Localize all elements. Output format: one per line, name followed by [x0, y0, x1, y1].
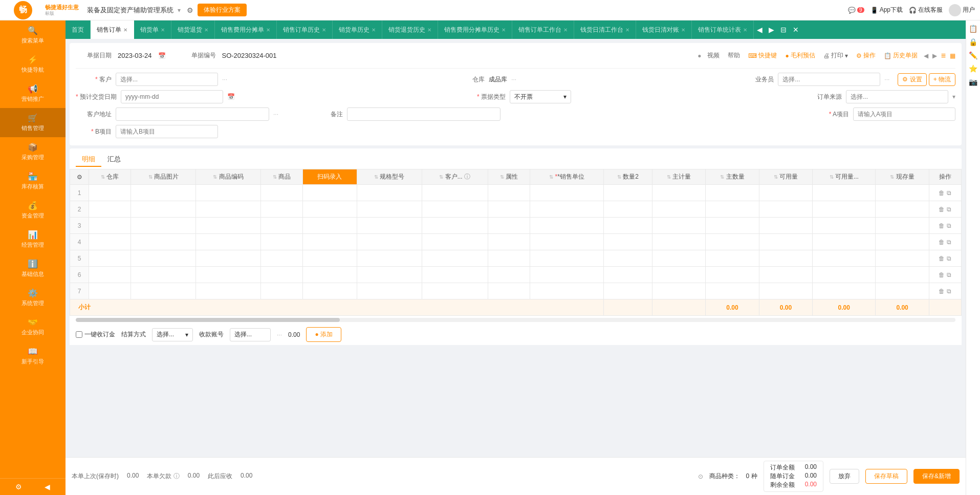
customer-dots[interactable]: ··· [222, 76, 227, 83]
tab-slip-history[interactable]: 销货单历史 ✕ [333, 20, 382, 39]
tab-sales-order-close[interactable]: ✕ [123, 27, 127, 33]
row-1-action[interactable]: 🗑⧉ [929, 185, 961, 201]
row-2-unit[interactable] [530, 201, 604, 218]
page-next-icon[interactable]: ▶ [932, 52, 937, 59]
user-btn[interactable]: 用户 [949, 4, 975, 16]
tab-daily-workbench[interactable]: 钱货日清工作台 ✕ [574, 20, 636, 39]
sidebar-item-finance[interactable]: 💰 资金管理 [0, 196, 66, 225]
row-2-customer-code[interactable] [422, 201, 488, 218]
delivery-calendar-icon[interactable]: 📅 [227, 93, 235, 100]
add-material-btn[interactable]: + 物流 [929, 73, 955, 86]
list-view-icon[interactable]: ≡ [941, 51, 946, 60]
row-2-product[interactable] [260, 201, 302, 218]
tab-sales-return-close[interactable]: ✕ [204, 27, 208, 33]
tab-sales-expense-close[interactable]: ✕ [266, 27, 270, 33]
tab-sales-return[interactable]: 销货退货 ✕ [171, 20, 215, 39]
col-setting[interactable]: ⚙ [70, 169, 89, 185]
sidebar-item-system[interactable]: ⚙️ 系统管理 [0, 283, 66, 312]
tab-order-workbench-close[interactable]: ✕ [563, 27, 568, 33]
tab-expense-history-close[interactable]: ✕ [502, 27, 506, 33]
right-icon-lock[interactable]: 🔒 [967, 36, 979, 48]
right-icon-edit[interactable]: ✏️ [967, 49, 979, 61]
col-main-qty[interactable]: ⇅ 主数量 [706, 169, 759, 185]
row-2-main-qty[interactable] [706, 201, 759, 218]
row-5-action[interactable]: 🗑⧉ [929, 250, 961, 267]
address-dots[interactable]: ··· [273, 111, 278, 118]
warehouse-dots[interactable]: ··· [511, 76, 516, 83]
row-2-copy-icon[interactable]: ⧉ [947, 206, 951, 213]
row-1-main-qty[interactable] [706, 185, 759, 201]
tab-sales-expense[interactable]: 销售费用分摊单 ✕ [215, 20, 277, 39]
sidebar-item-guide[interactable]: 📖 新手引导 [0, 341, 66, 371]
row-1-customer-code[interactable] [422, 185, 488, 201]
settings-btn[interactable]: ⚙ 设置 [898, 73, 926, 86]
col-warehouse[interactable]: ⇅ 仓库 [89, 169, 131, 185]
row-5-delete-icon[interactable]: 🗑 [939, 255, 945, 262]
row-2-available[interactable] [759, 201, 813, 218]
row-2-delete-icon[interactable]: 🗑 [939, 206, 945, 213]
save-draft-btn[interactable]: 保存草稿 [865, 469, 907, 484]
sidebar-item-operations[interactable]: 📊 经营管理 [0, 225, 66, 254]
remark-input[interactable] [347, 107, 500, 121]
settlement-select[interactable]: 选择... ▾ [152, 328, 193, 341]
tab-daily-reconcile[interactable]: 钱货日清对账 ✕ [636, 20, 692, 39]
tab-summary[interactable]: 汇总 [101, 153, 127, 167]
row-7-action[interactable]: 🗑⧉ [929, 283, 961, 299]
tab-sales-order-history-close[interactable]: ✕ [322, 27, 326, 33]
row-4-action[interactable]: 🗑⧉ [929, 234, 961, 250]
col-customer-code[interactable]: ⇅ 客户... ⓘ [422, 169, 488, 185]
customer-input[interactable] [116, 73, 218, 86]
address-input[interactable] [116, 107, 269, 121]
add-payment-btn[interactable]: ● 添加 [306, 327, 341, 342]
sidebar-item-purchase[interactable]: 📦 采购管理 [0, 137, 66, 166]
history-btn[interactable]: 📋 历史单据 [882, 50, 920, 61]
sidebar-item-inventory[interactable]: 🏪 库存核算 [0, 166, 66, 196]
col-stock[interactable]: ⇅ 现存量 [876, 169, 929, 185]
row-7-delete-icon[interactable]: 🗑 [939, 288, 945, 295]
row-1-copy-icon[interactable]: ⧉ [947, 189, 951, 197]
tab-next-btn[interactable]: ▶ [766, 26, 777, 34]
tab-order-workbench[interactable]: 销售订单工作台 ✕ [512, 20, 574, 39]
col-scan[interactable]: 扫码录入 [303, 169, 357, 185]
view-btn[interactable]: 视频 [705, 50, 722, 61]
col-qty2[interactable]: ⇅ 数量2 [604, 169, 652, 185]
a-project-input[interactable] [853, 107, 955, 121]
right-icon-clipboard[interactable]: 📋 [967, 23, 979, 35]
row-1-unit[interactable] [530, 185, 604, 201]
row-2-stock[interactable] [876, 201, 929, 218]
row-3-action[interactable]: 🗑⧉ [929, 218, 961, 234]
shortcut-btn[interactable]: ⌨ 快捷键 [746, 50, 779, 61]
tab-expense-history[interactable]: 销售费用分摊单历史 ✕ [438, 20, 512, 39]
row-2-main-unit[interactable] [652, 201, 706, 218]
tab-prev-btn[interactable]: ◀ [754, 26, 766, 34]
row-2-action[interactable]: 🗑⧉ [929, 201, 961, 218]
row-1-scan[interactable] [303, 185, 357, 201]
print-btn[interactable]: 🖨 打印 ▾ [821, 50, 850, 61]
row-6-delete-icon[interactable]: 🗑 [939, 271, 945, 278]
tab-sales-slip[interactable]: 销货单 ✕ [134, 20, 171, 39]
profit-btn[interactable]: ● 毛利预估 [783, 50, 817, 61]
sidebar-item-basicinfo[interactable]: ℹ️ 基础信息 [0, 254, 66, 283]
tab-detail[interactable]: 明细 [76, 153, 101, 167]
account-select[interactable]: 选择... [230, 328, 271, 341]
staff-input[interactable] [778, 73, 880, 86]
row-3-warehouse[interactable] [89, 218, 131, 234]
right-icon-camera[interactable]: 📷 [967, 76, 979, 88]
row-1-available2[interactable] [813, 185, 876, 201]
row-1-attribute[interactable] [488, 185, 530, 201]
card-view-icon[interactable]: ▦ [950, 52, 955, 59]
col-main-unit[interactable]: ⇅ 主计量 [652, 169, 706, 185]
sidebar-item-marketing[interactable]: 📢 营销推广 [0, 79, 66, 108]
calendar-icon[interactable]: 📅 [158, 52, 166, 59]
tab-sales-order-history[interactable]: 销售订单历史 ✕ [277, 20, 333, 39]
tab-close-btn[interactable]: ✕ [790, 26, 802, 34]
row-2-code[interactable] [196, 201, 261, 218]
row-1-spec[interactable] [357, 185, 422, 201]
row-1-main-unit[interactable] [652, 185, 706, 201]
tab-menu-btn[interactable]: ⊟ [777, 26, 790, 34]
tab-home[interactable]: 首页 [66, 20, 91, 39]
invoice-type-select[interactable]: 不开票 ▾ [510, 90, 571, 103]
online-service-btn[interactable]: 🎧 在线客服 [909, 6, 943, 14]
sidebar-item-quicknav[interactable]: ⚡ 快捷导航 [0, 50, 66, 79]
row-2-attribute[interactable] [488, 201, 530, 218]
